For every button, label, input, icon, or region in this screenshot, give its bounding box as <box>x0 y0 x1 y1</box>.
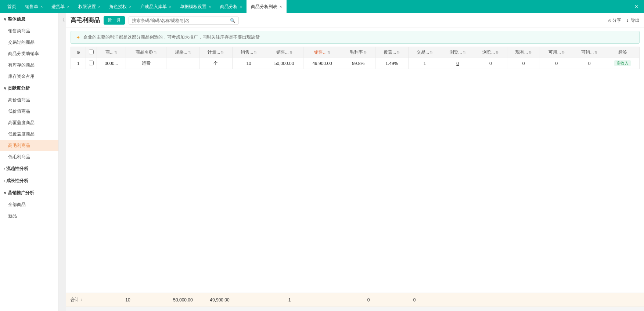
main-layout: ∨ 整体信息 销售类商品 交易过的商品 商品分类助销率 有库存的商品 库存资金占… <box>0 13 644 311</box>
chevron-down-icon: ∨ <box>4 191 6 195</box>
sort-icon: ⇅ <box>289 50 292 54</box>
th-settings[interactable]: ⚙ <box>71 47 86 58</box>
th-checkbox[interactable] <box>86 47 97 58</box>
nav-item-roles[interactable]: 角色授权 × <box>105 0 136 13</box>
sidebar-group-trend[interactable]: › 流趋性分析 <box>0 163 58 175</box>
sidebar-item-traded-goods[interactable]: 交易过的商品 <box>0 37 58 48</box>
cell-coverage: 1.49% <box>375 58 408 69</box>
sidebar-item-low-margin[interactable]: 低毛利商品 <box>0 151 58 163</box>
nav-item-product-entry[interactable]: 产成品入库单 × <box>136 0 176 13</box>
th-coverage[interactable]: 覆盖...⇅ <box>375 47 408 58</box>
cell-unit: 个 <box>199 58 233 69</box>
close-icon[interactable]: × <box>67 4 69 9</box>
cell-tag: 高收入 <box>606 58 639 69</box>
table-wrapper[interactable]: ⚙ 商...⇅ 商品名称⇅ 规格...⇅ 计量...⇅ 销售...⇅ 销售...… <box>66 47 644 293</box>
sidebar-item-stock-capital[interactable]: 库存资金占用 <box>0 71 58 82</box>
select-all-checkbox[interactable] <box>89 50 94 54</box>
sidebar-item-stocked-goods[interactable]: 有库存的商品 <box>0 59 58 71</box>
table-header-row: ⚙ 商...⇅ 商品名称⇅ 规格...⇅ 计量...⇅ 销售...⇅ 销售...… <box>71 47 640 58</box>
search-icon[interactable]: 🔍 <box>230 18 235 23</box>
horizontal-scrollbar[interactable] <box>66 307 644 311</box>
th-sellable-stock[interactable]: 可销...⇅ <box>573 47 606 58</box>
total-sales-qty: 10 <box>91 297 165 303</box>
sidebar-item-high-coverage[interactable]: 高覆盖度商品 <box>0 117 58 129</box>
page-title: 高毛利商品 <box>71 17 100 24</box>
th-current-stock[interactable]: 现有...⇅ <box>507 47 540 58</box>
close-icon[interactable]: × <box>209 4 211 9</box>
nav-item-template[interactable]: 单据模板设置 × <box>176 0 215 13</box>
nav-item-permissions[interactable]: 权限设置 × <box>74 0 105 13</box>
th-tag[interactable]: 标签 <box>606 47 639 58</box>
nav-item-analysis[interactable]: 商品分析 × <box>216 0 247 13</box>
sort-icon: ⇅ <box>154 50 157 54</box>
th-spec[interactable]: 规格...⇅ <box>166 47 199 58</box>
nav-item-sales[interactable]: 销售单 × <box>21 0 47 13</box>
sidebar-group-overall[interactable]: ∨ 整体信息 <box>0 13 58 25</box>
data-table: ⚙ 商...⇅ 商品名称⇅ 规格...⇅ 计量...⇅ 销售...⇅ 销售...… <box>71 47 640 69</box>
sidebar-group-contribution[interactable]: ∨ 贡献度分析 <box>0 82 58 94</box>
th-sales-amount[interactable]: 销售...⇅ <box>265 47 303 58</box>
th-browse1[interactable]: 浏览...⇅ <box>441 47 474 58</box>
content-area: 高毛利商品 近一月 🔍 ⎋ 分享 ⤓ 导出 ✦ 企业的主要的利润都是这部分商品创… <box>66 13 644 311</box>
th-unit[interactable]: 计量...⇅ <box>199 47 233 58</box>
nav-item-analysis-list[interactable]: 商品分析列表 × <box>247 0 286 13</box>
cell-browse1[interactable]: 0 <box>441 58 474 69</box>
nav-item-home[interactable]: 首页 <box>3 0 21 13</box>
sort-icon: ⇅ <box>430 50 433 54</box>
search-input[interactable] <box>132 18 230 23</box>
header-actions: ⎋ 分享 ⤓ 导出 <box>608 17 640 23</box>
sidebar-item-new-goods[interactable]: 新品 <box>0 210 58 222</box>
total-label: 合计： <box>71 297 84 303</box>
filter-recent-month-button[interactable]: 近一月 <box>104 16 125 25</box>
sidebar-item-high-value[interactable]: 高价值商品 <box>0 94 58 106</box>
sidebar-item-all-goods[interactable]: 全部商品 <box>0 199 58 210</box>
th-gross-margin[interactable]: 毛利率⇅ <box>341 47 375 58</box>
close-all-button[interactable]: × <box>632 3 641 10</box>
sidebar-item-sales-goods[interactable]: 销售类商品 <box>0 25 58 37</box>
cell-usable-stock: 0 <box>540 58 573 69</box>
sidebar-group-marketing[interactable]: ∨ 营销推广分析 <box>0 187 58 199</box>
th-trade-count[interactable]: 交易...⇅ <box>408 47 441 58</box>
cell-sales-profit: 49,900.00 <box>303 58 341 69</box>
cell-spec <box>166 58 199 69</box>
close-icon[interactable]: × <box>169 4 171 9</box>
th-sales-qty[interactable]: 销售...⇅ <box>232 47 265 58</box>
th-sales-profit[interactable]: 销售...⇅ <box>303 47 341 58</box>
cell-sellable-stock: 0 <box>573 58 606 69</box>
export-button[interactable]: ⤓ 导出 <box>626 17 640 23</box>
nav-item-purchase[interactable]: 进货单 × <box>47 0 73 13</box>
row-checkbox[interactable] <box>89 61 94 65</box>
th-usable-stock[interactable]: 可用...⇅ <box>540 47 573 58</box>
cell-browse2: 0 <box>474 58 507 69</box>
th-browse2[interactable]: 浏览...⇅ <box>474 47 507 58</box>
chevron-right-icon: › <box>4 167 5 171</box>
total-values: 10 50,000.00 49,900.00 1 0 0 <box>91 297 433 303</box>
total-sales-profit: 49,900.00 <box>201 297 238 303</box>
sidebar-group-growth[interactable]: › 成长性分析 <box>0 175 58 187</box>
total-usable-stock: 0 <box>396 297 433 303</box>
sort-icon: ⇅ <box>327 50 330 54</box>
sidebar-item-low-coverage[interactable]: 低覆盖度商品 <box>0 129 58 140</box>
share-button[interactable]: ⎋ 分享 <box>608 17 621 23</box>
sidebar-collapse-button[interactable]: 《 <box>59 13 66 311</box>
sort-icon: ⇅ <box>364 50 367 54</box>
tip-banner: ✦ 企业的主要的利润都是这部分商品创造的，可考虑加大推广，同时关注库存是不要出现… <box>71 31 640 44</box>
sidebar-item-low-value[interactable]: 低价值商品 <box>0 106 58 117</box>
close-icon[interactable]: × <box>129 4 131 9</box>
sidebar-item-category-rate[interactable]: 商品分类助销率 <box>0 48 58 59</box>
close-icon[interactable]: × <box>98 4 100 9</box>
total-sales-amount: 50,000.00 <box>165 297 201 303</box>
th-code[interactable]: 商...⇅ <box>97 47 126 58</box>
footer-total: 合计： 10 50,000.00 49,900.00 1 0 0 <box>66 293 644 307</box>
sidebar-item-high-margin[interactable]: 高毛利商品 <box>0 140 58 151</box>
chevron-down-icon: ∨ <box>4 17 6 21</box>
close-icon[interactable]: × <box>40 4 43 9</box>
sort-icon: ⇅ <box>496 50 499 54</box>
close-icon[interactable]: × <box>280 4 282 9</box>
sort-icon: ⇅ <box>254 50 257 54</box>
sort-icon: ⇅ <box>562 50 565 54</box>
tip-text: 企业的主要的利润都是这部分商品创造的，可考虑加大推广，同时关注库存是不要出现缺货 <box>83 34 260 40</box>
th-name[interactable]: 商品名称⇅ <box>126 47 166 58</box>
cell-checkbox[interactable] <box>86 58 97 69</box>
close-icon[interactable]: × <box>240 4 242 9</box>
